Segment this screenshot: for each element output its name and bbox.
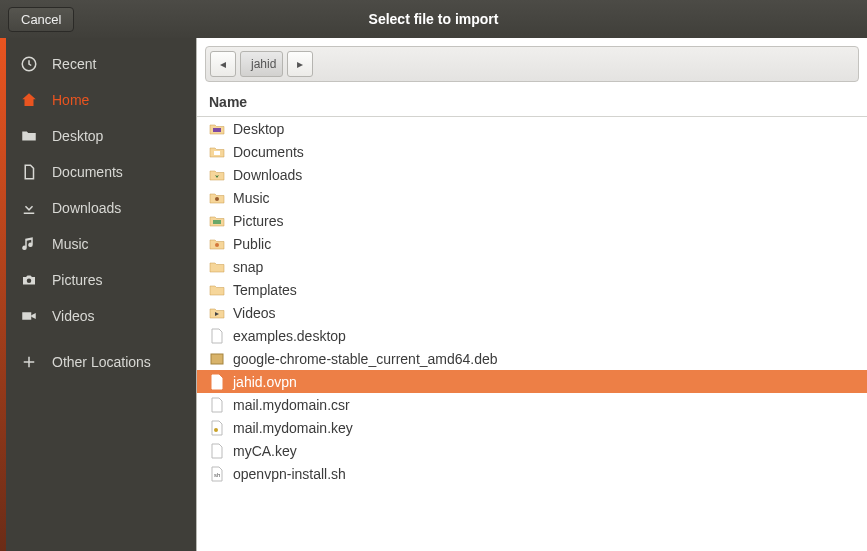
file-row[interactable]: snap: [197, 255, 867, 278]
file-row[interactable]: Music: [197, 186, 867, 209]
folder-plain-icon: [209, 282, 225, 298]
file-name: myCA.key: [233, 443, 297, 459]
music-icon: [20, 235, 38, 253]
file-name: Pictures: [233, 213, 284, 229]
file-name: examples.desktop: [233, 328, 346, 344]
file-text-icon: [209, 397, 225, 413]
svg-point-9: [214, 428, 218, 432]
file-name: Public: [233, 236, 271, 252]
file-name: mail.mydomain.csr: [233, 397, 350, 413]
file-script-icon: sh: [209, 466, 225, 482]
folder-music-icon: [209, 190, 225, 206]
sidebar-item-label: Desktop: [52, 128, 103, 144]
svg-point-5: [215, 197, 219, 201]
file-name: mail.mydomain.key: [233, 420, 353, 436]
svg-point-7: [215, 243, 219, 247]
sidebar-item-label: Other Locations: [52, 354, 151, 370]
sidebar-item-label: Pictures: [52, 272, 103, 288]
sidebar-item-label: Home: [52, 92, 89, 108]
file-text-icon: [209, 374, 225, 390]
download-icon: [20, 199, 38, 217]
svg-rect-6: [213, 220, 221, 224]
file-name: jahid.ovpn: [233, 374, 297, 390]
file-name: Music: [233, 190, 270, 206]
file-name: Documents: [233, 144, 304, 160]
sidebar-item-label: Music: [52, 236, 89, 252]
sidebar-item-home[interactable]: Home: [6, 82, 196, 118]
folder-public-icon: [209, 236, 225, 252]
file-row[interactable]: myCA.key: [197, 439, 867, 462]
plus-icon: [20, 353, 38, 371]
folder-desktop-icon: [209, 121, 225, 137]
cancel-button[interactable]: Cancel: [8, 7, 74, 32]
video-icon: [20, 307, 38, 325]
file-name: Desktop: [233, 121, 284, 137]
path-back-button[interactable]: ◂: [210, 51, 236, 77]
sidebar-item-other-locations[interactable]: Other Locations: [6, 344, 196, 380]
sidebar-item-desktop[interactable]: Desktop: [6, 118, 196, 154]
folder-videos-icon: [209, 305, 225, 321]
file-row[interactable]: examples.desktop: [197, 324, 867, 347]
main-panel: ◂ jahid ▸ Name DesktopDocumentsDownloads…: [196, 38, 867, 551]
svg-rect-2: [22, 312, 31, 320]
file-row[interactable]: Documents: [197, 140, 867, 163]
file-name: google-chrome-stable_current_amd64.deb: [233, 351, 498, 367]
sidebar-item-videos[interactable]: Videos: [6, 298, 196, 334]
sidebar-item-label: Recent: [52, 56, 96, 72]
file-row[interactable]: Desktop: [197, 117, 867, 140]
sidebar-item-label: Downloads: [52, 200, 121, 216]
sidebar: RecentHomeDesktopDocumentsDownloadsMusic…: [6, 38, 196, 551]
svg-rect-3: [213, 128, 221, 132]
file-row[interactable]: mail.mydomain.key: [197, 416, 867, 439]
file-row[interactable]: shopenvpn-install.sh: [197, 462, 867, 485]
file-row[interactable]: Public: [197, 232, 867, 255]
file-archive-icon: [209, 351, 225, 367]
folder-down-icon: [209, 167, 225, 183]
file-row[interactable]: jahid.ovpn: [197, 370, 867, 393]
sidebar-item-downloads[interactable]: Downloads: [6, 190, 196, 226]
file-name: Videos: [233, 305, 276, 321]
folder-plain-icon: [209, 259, 225, 275]
path-current-folder[interactable]: jahid: [240, 51, 283, 77]
svg-text:sh: sh: [214, 472, 220, 478]
sidebar-item-label: Documents: [52, 164, 123, 180]
file-row[interactable]: mail.mydomain.csr: [197, 393, 867, 416]
file-name: Downloads: [233, 167, 302, 183]
home-icon: [20, 91, 38, 109]
file-name: snap: [233, 259, 263, 275]
svg-rect-8: [211, 354, 223, 364]
sidebar-item-label: Videos: [52, 308, 95, 324]
file-name: Templates: [233, 282, 297, 298]
file-list[interactable]: DesktopDocumentsDownloadsMusicPicturesPu…: [197, 117, 867, 551]
folder-docs-icon: [209, 144, 225, 160]
file-row[interactable]: Pictures: [197, 209, 867, 232]
folder-icon: [20, 127, 38, 145]
file-key-icon: [209, 420, 225, 436]
column-name[interactable]: Name: [205, 90, 251, 116]
file-name: openvpn-install.sh: [233, 466, 346, 482]
window-title: Select file to import: [369, 11, 499, 27]
svg-point-1: [27, 279, 32, 284]
file-row[interactable]: Downloads: [197, 163, 867, 186]
document-icon: [20, 163, 38, 181]
svg-rect-4: [214, 151, 220, 155]
sidebar-item-pictures[interactable]: Pictures: [6, 262, 196, 298]
camera-icon: [20, 271, 38, 289]
file-text-icon: [209, 443, 225, 459]
file-row[interactable]: Templates: [197, 278, 867, 301]
file-row[interactable]: Videos: [197, 301, 867, 324]
path-bar: ◂ jahid ▸: [205, 46, 859, 82]
column-headers: Name: [197, 86, 867, 117]
sidebar-item-documents[interactable]: Documents: [6, 154, 196, 190]
sidebar-item-music[interactable]: Music: [6, 226, 196, 262]
sidebar-item-recent[interactable]: Recent: [6, 46, 196, 82]
titlebar: Cancel Select file to import: [0, 0, 867, 38]
folder-pics-icon: [209, 213, 225, 229]
path-current-label: jahid: [251, 57, 276, 71]
path-forward-button[interactable]: ▸: [287, 51, 313, 77]
clock-icon: [20, 55, 38, 73]
file-row[interactable]: google-chrome-stable_current_amd64.deb: [197, 347, 867, 370]
file-text-icon: [209, 328, 225, 344]
